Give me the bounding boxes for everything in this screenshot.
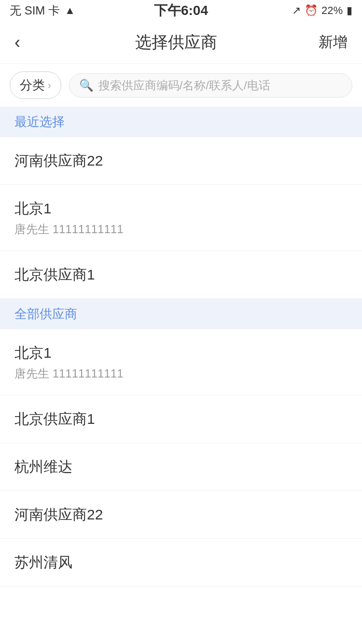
category-label: 分类 <box>20 77 45 94</box>
item-name: 苏州清风 <box>14 552 348 573</box>
search-box: 🔍 <box>69 73 352 98</box>
alarm-icon: ⏰ <box>305 4 318 17</box>
status-left: 无 SIM 卡 ▲ <box>10 3 75 18</box>
list-item[interactable]: 北京供应商1 <box>0 251 362 299</box>
nav-bar: ‹ 选择供应商 新增 <box>0 21 362 64</box>
page-title: 选择供应商 <box>43 31 309 54</box>
list-item[interactable]: 北京1唐先生 11111111111 <box>0 329 362 395</box>
list-item[interactable]: 河南供应商22 <box>0 137 362 185</box>
location-icon: ↗ <box>292 4 301 17</box>
category-button[interactable]: 分类 › <box>10 71 61 99</box>
item-name: 北京1 <box>14 343 348 363</box>
status-right: ↗ ⏰ 22% ▮ <box>292 4 352 17</box>
item-sub: 唐先生 11111111111 <box>14 366 348 381</box>
item-name: 北京供应商1 <box>14 409 348 429</box>
all-section-header: 全部供应商 <box>0 299 362 329</box>
status-time: 下午6:04 <box>154 1 208 20</box>
battery-label: 22% <box>321 4 343 17</box>
item-name: 杭州维达 <box>14 457 348 477</box>
all-list: 北京1唐先生 11111111111北京供应商1杭州维达河南供应商22苏州清风 <box>0 329 362 587</box>
status-bar: 无 SIM 卡 ▲ 下午6:04 ↗ ⏰ 22% ▮ <box>0 0 362 21</box>
list-item[interactable]: 北京1唐先生 11111111111 <box>0 185 362 251</box>
recent-list: 河南供应商22北京1唐先生 11111111111北京供应商1 <box>0 137 362 299</box>
battery-icon: ▮ <box>347 4 352 17</box>
search-icon: 🔍 <box>79 79 94 92</box>
back-button[interactable]: ‹ <box>14 32 43 53</box>
item-name: 河南供应商22 <box>14 504 348 525</box>
item-name: 北京1 <box>14 198 348 219</box>
item-name: 北京供应商1 <box>14 265 348 285</box>
new-action-button[interactable]: 新增 <box>309 32 348 52</box>
chevron-right-icon: › <box>48 80 51 91</box>
filter-bar: 分类 › 🔍 <box>0 64 362 107</box>
wifi-icon: ▲ <box>65 4 75 17</box>
list-item[interactable]: 北京供应商1 <box>0 395 362 443</box>
item-name: 河南供应商22 <box>14 151 348 171</box>
recent-section-label: 最近选择 <box>14 114 65 129</box>
recent-section-header: 最近选择 <box>0 107 362 137</box>
list-item[interactable]: 杭州维达 <box>0 443 362 491</box>
item-sub: 唐先生 11111111111 <box>14 222 348 237</box>
list-item[interactable]: 苏州清风 <box>0 539 362 587</box>
carrier-label: 无 SIM 卡 <box>10 3 60 18</box>
all-section-label: 全部供应商 <box>14 307 77 321</box>
search-input[interactable] <box>98 79 342 92</box>
list-item[interactable]: 河南供应商22 <box>0 491 362 539</box>
